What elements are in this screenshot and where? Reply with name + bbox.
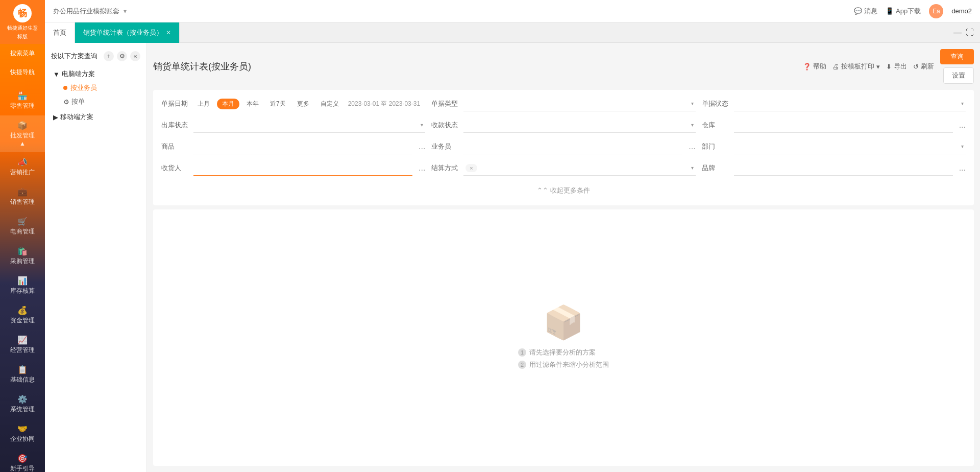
- main-body: 📦 1 请先选择要分析的方案 2 用过滤条件来缩小分析范围: [153, 209, 974, 466]
- refresh-link[interactable]: ↺ 刷新: [913, 62, 934, 71]
- collapse-icon: ⌃⌃: [537, 186, 548, 194]
- hint-num-2: 2: [518, 361, 526, 369]
- sidebar-item-corp[interactable]: 🤝 企业协同: [0, 419, 45, 449]
- sidebar-label-system: 系统管理: [10, 405, 35, 414]
- brand-input[interactable]: [734, 160, 953, 176]
- tree-group-desktop-header[interactable]: ▼ 电脑端方案: [49, 67, 146, 81]
- outstatus-chevron: ▾: [421, 122, 423, 128]
- sidebar-item-ecommerce[interactable]: 🛒 电商管理: [0, 211, 45, 241]
- panel-settings-btn[interactable]: ⚙: [117, 51, 127, 61]
- user-avatar[interactable]: Ea: [929, 4, 943, 18]
- page-title-row: 销货单统计表(按业务员) ❓ 帮助 🖨 按模板打印 ▾ ⬇ 导出: [153, 49, 974, 84]
- empty-hints: 1 请先选择要分析的方案 2 用过滤条件来缩小分析范围: [518, 348, 609, 372]
- settlement-tag-close[interactable]: ×: [470, 165, 473, 171]
- sidebar-item-system[interactable]: ⚙️ 系统管理: [0, 389, 45, 419]
- sidebar-item-marketing[interactable]: 📣 营销推广: [0, 152, 45, 182]
- panel-collapse-btn[interactable]: «: [130, 51, 140, 61]
- consignee-dots[interactable]: ...: [419, 163, 425, 173]
- settlement-label: 结算方式: [431, 163, 459, 173]
- doctype-select[interactable]: ▾: [463, 96, 695, 111]
- warehouse-dots[interactable]: ...: [959, 121, 966, 130]
- sidebar-label-business: 经营管理: [10, 346, 35, 355]
- logo-sublabel: 标版: [17, 33, 28, 40]
- print-link[interactable]: 🖨 按模板打印 ▾: [832, 62, 880, 71]
- tab-home[interactable]: 首页: [45, 22, 75, 43]
- sidebar-item-basic[interactable]: 📋 基础信息: [0, 360, 45, 389]
- hint-num-1: 1: [518, 348, 526, 357]
- username-label[interactable]: demo2: [951, 7, 972, 15]
- date-btn-this-year[interactable]: 本年: [242, 99, 263, 109]
- tab-sales-stats[interactable]: 销货单统计表（按业务员） ✕: [75, 22, 180, 43]
- help-icon: ❓: [803, 63, 811, 70]
- tree-item-by-staff[interactable]: 按业务员: [49, 81, 146, 95]
- topbar-left: 办公用品行业模拟账套 ▾: [53, 7, 127, 16]
- topbar-app-download[interactable]: 📱 App下载: [886, 7, 921, 16]
- product-input[interactable]: [193, 139, 412, 154]
- tabbar-minimize-btn[interactable]: —: [953, 28, 962, 37]
- consignee-input[interactable]: [193, 160, 412, 176]
- sidebar-item-sales[interactable]: 💼 销售管理: [0, 182, 45, 211]
- date-btn-this-month[interactable]: 本月: [217, 99, 239, 109]
- panel-title: 按以下方案查询: [51, 52, 97, 61]
- sidebar-quicknav[interactable]: 快捷导航: [0, 63, 45, 82]
- staff-dots[interactable]: ...: [689, 142, 695, 151]
- date-btn-custom[interactable]: 自定义: [316, 99, 343, 109]
- tree-expand-mobile-icon: ▶: [53, 113, 58, 121]
- finance-icon: 💰: [17, 305, 28, 315]
- date-range: 2023-03-01 至 2023-03-31: [348, 100, 420, 108]
- sidebar-item-finance[interactable]: 💰 资金管理: [0, 300, 45, 330]
- tree-group-desktop: ▼ 电脑端方案 按业务员 ⚙ 按单: [49, 67, 146, 108]
- tabbar-maximize-btn[interactable]: ⛶: [966, 28, 974, 37]
- sidebar-item-retail[interactable]: 🏪 零售管理: [0, 86, 45, 115]
- export-link[interactable]: ⬇ 导出: [886, 62, 907, 71]
- tab-close-icon[interactable]: ✕: [166, 29, 171, 36]
- collapse-row[interactable]: ⌃⌃ 收起更多条件: [161, 182, 966, 199]
- tree-group-mobile-header[interactable]: ▶ 移动端方案: [49, 110, 146, 124]
- ecommerce-icon: 🛒: [17, 217, 28, 226]
- tree-group-desktop-label: 电脑端方案: [62, 69, 95, 79]
- sidebar-search[interactable]: 搜索菜单: [0, 44, 45, 63]
- docstatus-select[interactable]: ▾: [734, 96, 966, 111]
- query-button[interactable]: 查询: [940, 49, 974, 64]
- setting-button[interactable]: 设置: [943, 67, 974, 84]
- panel-add-btn[interactable]: +: [104, 51, 114, 61]
- staff-input[interactable]: [463, 139, 682, 154]
- filter-docstatus-field: 单据状态 ▾: [702, 96, 966, 111]
- sidebar-label-corp: 企业协同: [10, 435, 35, 443]
- brand-label: 品牌: [702, 163, 730, 173]
- warehouse-input[interactable]: [734, 117, 953, 133]
- product-label: 商品: [161, 142, 189, 151]
- sidebar-item-guide[interactable]: 🎯 新手引导: [0, 449, 45, 472]
- tree-sub-item-order[interactable]: ⚙ 按单: [59, 95, 146, 108]
- sidebar-item-purchase[interactable]: 🛍️ 采购管理: [0, 241, 45, 271]
- main-wrapper: 办公用品行业模拟账套 ▾ 💬 消息 📱 App下载 Ea demo2 首页 销货…: [45, 0, 980, 472]
- sidebar-item-inventory[interactable]: 📊 库存核算: [0, 271, 45, 300]
- filter-row-4: 收货人 ... 结算方式 × ▾ 品牌: [161, 160, 966, 176]
- active-indicator: [63, 86, 67, 90]
- payment-label: 收款状态: [431, 121, 459, 130]
- date-btn-last-month[interactable]: 上月: [193, 99, 214, 109]
- payment-select[interactable]: ▾: [463, 117, 695, 133]
- dept-label: 部门: [702, 142, 730, 151]
- date-btn-more[interactable]: 更多: [293, 99, 313, 109]
- corp-icon: 🤝: [17, 424, 28, 434]
- sidebar-logo[interactable]: 畅 畅捷通好生意 标版: [0, 0, 45, 44]
- panel-header: 按以下方案查询 + ⚙ «: [45, 47, 146, 65]
- product-dots[interactable]: ...: [419, 142, 425, 151]
- date-btn-7days[interactable]: 近7天: [266, 99, 290, 109]
- doctype-label: 单据类型: [431, 99, 459, 108]
- topbar-message[interactable]: 💬 消息: [854, 7, 877, 16]
- wholesale-icon: 📦: [17, 121, 28, 130]
- query-btn-col: 查询 设置: [940, 49, 974, 84]
- sidebar-item-wholesale[interactable]: 📦 批发管理 ▲: [0, 115, 45, 152]
- dept-select[interactable]: ▾: [734, 139, 966, 154]
- breadcrumb-dropdown[interactable]: ▾: [124, 8, 127, 15]
- outstatus-select[interactable]: ▾: [193, 117, 425, 133]
- filter-payment-field: 收款状态 ▾: [431, 117, 695, 133]
- settlement-select[interactable]: × ▾: [463, 160, 695, 176]
- brand-dots[interactable]: ...: [959, 163, 966, 173]
- filter-row-1: 单据日期 上月 本月 本年 近7天 更多 自定义 2023-03-01 至 20…: [161, 96, 966, 111]
- help-link[interactable]: ❓ 帮助: [803, 62, 826, 71]
- print-dropdown-icon: ▾: [876, 63, 880, 70]
- sidebar-item-business[interactable]: 📈 经营管理: [0, 330, 45, 360]
